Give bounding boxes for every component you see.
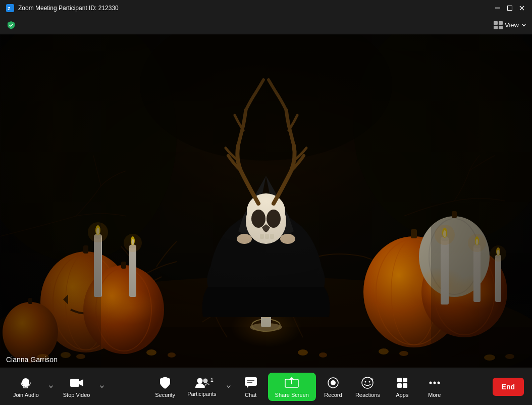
stop-video-label: Stop Video [63,392,90,398]
video-camera-icon [70,376,84,390]
zoom-logo-icon: Z [6,4,14,12]
maximize-button[interactable] [506,4,514,12]
record-label: Record [324,392,342,398]
toolbar-right: End [493,378,524,396]
meeting-top-bar: View [0,16,532,34]
svg-rect-96 [70,379,79,387]
join-audio-label: Join Audio [13,392,39,398]
participants-label: Participants [187,391,216,397]
apps-button[interactable]: Apps [387,373,417,401]
svg-rect-7 [499,21,503,25]
svg-point-114 [437,381,440,384]
join-audio-icon [19,376,33,390]
reactions-icon [360,376,375,390]
participants-count: 1 [210,377,214,383]
toolbar-left: Join Audio Stop Video [8,373,107,401]
svg-point-97 [197,378,202,383]
svg-point-107 [369,381,370,382]
record-button[interactable]: Record [318,373,348,401]
video-area: Cianna Garrison [0,34,532,368]
chat-button[interactable]: Chat [236,373,266,401]
svg-rect-99 [245,377,257,386]
apps-label: Apps [396,392,408,398]
share-screen-button[interactable]: Share Screen [268,373,316,401]
apps-icon [395,376,409,390]
svg-rect-9 [499,26,503,29]
title-bar: Z Zoom Meeting Participant ID: 212330 [0,0,532,16]
stop-video-chevron[interactable] [97,377,107,397]
video-background [0,34,532,368]
participants-icon-wrap: 1 [194,377,209,389]
chat-icon [244,376,258,390]
toolbar: Join Audio Stop Video [0,368,532,405]
scene-svg [0,34,532,368]
more-icon [428,376,442,390]
security-label: Security [155,392,175,398]
svg-point-106 [365,381,366,382]
svg-rect-95 [0,34,532,368]
svg-rect-2 [495,8,500,9]
security-icon [158,376,172,390]
svg-rect-6 [494,21,498,25]
svg-rect-8 [494,26,498,29]
record-icon [326,376,340,390]
participants-icon [194,377,209,389]
chat-label: Chat [245,392,256,398]
minimize-button[interactable] [494,4,502,12]
share-screen-label: Share Screen [275,392,309,398]
share-screen-icon [285,376,299,390]
join-audio-chevron[interactable] [46,377,56,397]
reactions-label: Reactions [355,392,380,398]
participants-chevron[interactable] [224,377,234,397]
close-button[interactable] [518,4,526,12]
more-label: More [428,392,441,398]
window-controls [494,4,526,12]
svg-text:Z: Z [8,6,11,11]
svg-rect-108 [397,378,402,382]
grid-icon [494,21,503,29]
view-label: View [505,21,519,29]
chevron-down-icon [522,24,526,27]
svg-point-112 [429,381,432,384]
security-button[interactable]: Security [150,373,180,401]
stop-video-button[interactable]: Stop Video [58,373,95,401]
shield-area [6,20,16,30]
participant-name: Cianna Garrison [6,356,58,364]
svg-point-104 [331,380,336,385]
toolbar-center: Security 1 Participants [107,373,492,401]
svg-rect-111 [403,383,407,388]
app-title: Zoom Meeting Participant ID: 212330 [18,5,119,12]
view-button[interactable]: View [494,21,526,29]
shield-icon [6,20,16,30]
participants-button[interactable]: 1 Participants [182,374,221,400]
svg-rect-109 [403,378,407,382]
reactions-button[interactable]: Reactions [350,373,385,401]
join-audio-button[interactable]: Join Audio [8,373,44,401]
more-button[interactable]: More [419,373,450,401]
end-button[interactable]: End [493,378,524,396]
title-bar-left: Z Zoom Meeting Participant ID: 212330 [6,4,119,12]
svg-point-113 [433,381,436,384]
svg-point-98 [203,378,207,383]
svg-rect-3 [508,6,512,11]
svg-rect-110 [397,383,402,388]
